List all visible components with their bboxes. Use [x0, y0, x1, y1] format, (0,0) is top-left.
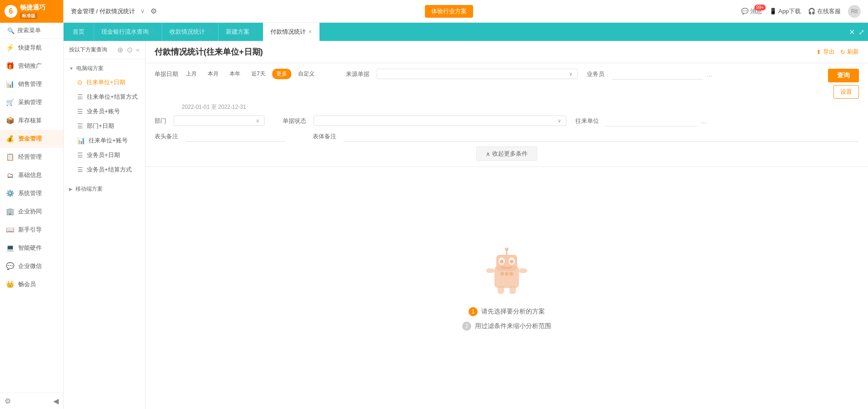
- sidebar-item-operation[interactable]: 📋 经营管理: [0, 148, 63, 166]
- try-industry-btn[interactable]: 体验行业方案: [425, 5, 473, 18]
- staff-account-label: 业务员+账号: [87, 107, 120, 116]
- notification-btn[interactable]: 💬 消息 99+: [741, 7, 762, 15]
- date-btn-more[interactable]: 更多: [272, 69, 291, 79]
- online-service-btn[interactable]: 🎧 在线客服: [808, 7, 841, 15]
- sidebar-item-sales[interactable]: 📊 销售管理: [0, 75, 63, 93]
- tab-receipt[interactable]: 收款情况统计 ×: [162, 23, 219, 41]
- svg-rect-11: [509, 286, 516, 294]
- scheme-unit-settle[interactable]: ☰ 往来单位+结算方式: [64, 90, 145, 104]
- inventory-label: 库存核算: [18, 116, 42, 125]
- app-download-btn[interactable]: 📱 App下载: [769, 7, 801, 15]
- staff-input[interactable]: [612, 69, 703, 80]
- sidebar-item-wechat[interactable]: 💬 企业微信: [0, 257, 63, 275]
- unit-ellipsis[interactable]: …: [701, 118, 707, 125]
- search-menu[interactable]: 🔍 搜索菜单: [0, 23, 63, 39]
- desktop-scheme-title[interactable]: ▼ 电脑端方案: [64, 62, 145, 75]
- svg-rect-10: [498, 286, 504, 294]
- empty-hint-2: 2 用过滤条件来缩小分析范围: [462, 322, 551, 331]
- collapse-row: ∧ 收起更多条件: [155, 146, 859, 161]
- scheme-dept-date[interactable]: ☰ 部门+日期: [64, 119, 145, 133]
- tab-payment[interactable]: 付款情况统计 ×: [263, 23, 319, 41]
- date-range-display: 2022-01-01 至 2022-12-31: [155, 103, 859, 111]
- date-btn-this-month[interactable]: 本月: [204, 69, 223, 79]
- query-btn[interactable]: 查询: [828, 69, 859, 82]
- system-icon: ⚙️: [5, 189, 15, 198]
- guide-label: 新手引导: [18, 226, 42, 234]
- sidebar-item-member[interactable]: 👑 畅会员: [0, 275, 63, 293]
- operation-label: 经营管理: [18, 153, 42, 161]
- scheme-staff-account[interactable]: ☰ 业务员+账号: [64, 104, 145, 119]
- tab-close-all-icon[interactable]: ✕: [849, 28, 855, 36]
- tab-expand-icon[interactable]: ⤢: [858, 28, 864, 36]
- sidebar-item-coop[interactable]: 🏢 企业协同: [0, 202, 63, 221]
- export-btn[interactable]: ⬆ 导出: [816, 48, 835, 56]
- tab-payment-close[interactable]: ×: [309, 29, 312, 35]
- staff-filter-group: 业务员 …: [587, 69, 819, 80]
- scheme-staff-date[interactable]: ☰ 业务员+日期: [64, 148, 145, 162]
- unit-input[interactable]: [606, 116, 697, 126]
- sidebar-item-quick-nav[interactable]: ⚡ 快捷导航: [0, 39, 63, 57]
- unit-date-icon: ⊙: [77, 79, 83, 86]
- date-btn-this-year[interactable]: 本年: [225, 69, 244, 79]
- sidebar-item-hardware[interactable]: 💻 智能硬件: [0, 239, 63, 257]
- sidebar-item-guide[interactable]: 📖 新手引导: [0, 221, 63, 239]
- content-area: 1 请先选择要分析的方案 2 用过滤条件来缩小分析范围: [145, 167, 868, 409]
- date-btn-last-month[interactable]: 上月: [182, 69, 201, 79]
- sidebar-footer: ⚙ ◀: [0, 393, 63, 409]
- setting-btn[interactable]: 设置: [833, 85, 859, 99]
- collapse-label: 收起更多条件: [492, 150, 528, 158]
- sidebar-nav: ⚡ 快捷导航 🎁 营销推广 📊 销售管理 🛒 采购管理 📦 库存核算 💰 资金管…: [0, 39, 63, 393]
- dept-date-icon: ☰: [77, 122, 83, 130]
- scheme-unit-account[interactable]: 📊 往来单位+账号: [64, 133, 145, 148]
- tab-new-scheme-close[interactable]: ×: [252, 29, 255, 35]
- staff-ellipsis[interactable]: …: [706, 71, 712, 78]
- tab-receipt-close[interactable]: ×: [208, 29, 211, 35]
- tab-new-scheme[interactable]: 新建方案 ×: [219, 23, 263, 41]
- footer-collapse-icon[interactable]: ◀: [53, 397, 59, 405]
- scheme-settings-btn[interactable]: ⊙: [127, 45, 133, 54]
- date-btn-custom[interactable]: 自定义: [294, 69, 319, 79]
- date-btn-7days[interactable]: 近7天: [247, 69, 269, 79]
- left-panel-title: 按以下方案查询: [69, 46, 107, 54]
- logo-text: 畅捷通巧 标准版: [20, 4, 45, 19]
- svg-point-4: [500, 260, 504, 263]
- header-note-input[interactable]: [185, 131, 285, 142]
- scheme-unit-date[interactable]: ⊙ 往来单位+日期: [64, 75, 145, 90]
- add-scheme-btn[interactable]: ⊕: [117, 45, 123, 54]
- topbar-gear-icon[interactable]: ⚙: [150, 7, 157, 15]
- filter-actions-col: 查询 设置: [828, 69, 859, 99]
- wechat-icon: 💬: [5, 262, 15, 271]
- system-label: 系统管理: [18, 189, 42, 197]
- quick-nav-icon: ⚡: [5, 43, 15, 52]
- sidebar-item-system[interactable]: ⚙️ 系统管理: [0, 184, 63, 202]
- collapse-panel-btn[interactable]: «: [136, 46, 140, 53]
- sidebar-item-capital[interactable]: 💰 资金管理: [0, 130, 63, 148]
- source-select[interactable]: ∨: [377, 69, 578, 79]
- sidebar-item-purchase[interactable]: 🛒 采购管理: [0, 93, 63, 111]
- mobile-scheme-title[interactable]: ▶ 移动端方案: [64, 182, 145, 196]
- user-avatar[interactable]: Rit: [848, 5, 861, 18]
- mobile-scheme-group: ▶ 移动端方案: [64, 180, 145, 198]
- sidebar-item-basic[interactable]: 🗂 基础信息: [0, 166, 63, 184]
- marketing-icon: 🎁: [5, 61, 15, 71]
- sidebar-item-marketing[interactable]: 🎁 营销推广: [0, 57, 63, 75]
- footer-settings-icon[interactable]: ⚙: [5, 397, 11, 405]
- svg-point-14: [509, 272, 513, 276]
- scheme-staff-settle[interactable]: ☰ 业务员+结算方式: [64, 162, 145, 177]
- status-select[interactable]: ∨: [314, 116, 566, 126]
- tab-bank[interactable]: 现金银行流水查询 ×: [94, 23, 162, 41]
- dept-select[interactable]: ∨: [174, 116, 264, 126]
- body-note-input[interactable]: [344, 131, 859, 142]
- tabbar: 首页 现金银行流水查询 × 收款情况统计 × 新建方案 × 付款情况统计 × ✕…: [64, 23, 868, 41]
- sidebar-item-inventory[interactable]: 📦 库存核算: [0, 111, 63, 130]
- tab-home[interactable]: 首页: [64, 23, 94, 41]
- unit-account-label: 往来单位+账号: [89, 136, 128, 145]
- operation-icon: 📋: [5, 152, 15, 162]
- collapse-conditions-btn[interactable]: ∧ 收起更多条件: [476, 146, 537, 161]
- mobile-arrow-icon: ▶: [69, 187, 73, 192]
- refresh-btn[interactable]: ↻ 刷新: [840, 48, 859, 56]
- staff-account-icon: ☰: [77, 108, 83, 115]
- staff-settle-icon: ☰: [77, 166, 83, 173]
- tab-bank-close[interactable]: ×: [151, 29, 155, 35]
- breadcrumb-chevron[interactable]: ∨: [140, 8, 145, 15]
